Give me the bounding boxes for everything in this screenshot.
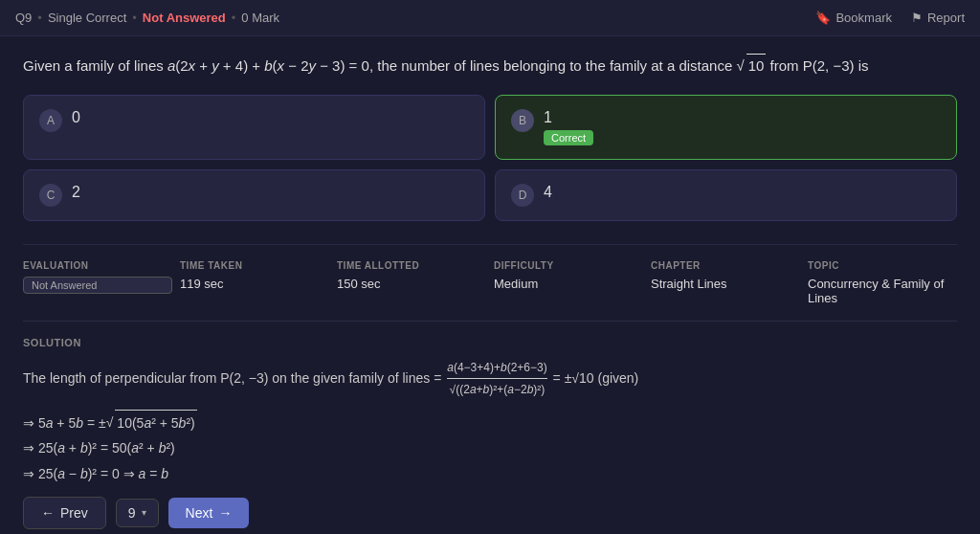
- meta-chapter-value: Straight Lines: [651, 277, 800, 291]
- option-d[interactable]: D 4: [495, 169, 957, 221]
- meta-topic-value: Concurrency & Family of Lines: [808, 277, 957, 305]
- meta-difficulty-value: Medium: [494, 277, 643, 291]
- solution-line2: ⇒ 5a + 5b = ±√10(5a² + 5b²): [23, 410, 957, 436]
- next-icon: →: [218, 505, 232, 521]
- option-c-content: 2: [72, 184, 469, 201]
- top-bar: Q9 • Single Correct • Not Answered • 0 M…: [0, 0, 980, 36]
- option-d-content: 4: [544, 184, 941, 201]
- question-text: Given a family of lines a(2x + y + 4) + …: [23, 54, 957, 78]
- bookmark-label: Bookmark: [835, 11, 892, 25]
- option-b-content: 1 Correct: [544, 109, 941, 145]
- meta-time-taken-label: TIME TAKEN: [180, 260, 329, 271]
- report-icon: ⚑: [911, 11, 923, 25]
- question-meta: Q9 • Single Correct • Not Answered • 0 M…: [15, 11, 279, 25]
- solution-line3: ⇒ 25(a + b)² = 50(a² + b²): [23, 435, 957, 461]
- meta-time-allotted-label: TIME ALLOTTED: [337, 260, 486, 271]
- report-label: Report: [927, 11, 965, 25]
- sep1: •: [37, 11, 42, 25]
- solution-line4: ⇒ 25(a − b)² = 0 ⇒ a = b: [23, 461, 957, 487]
- mark-info: 0 Mark: [241, 11, 279, 25]
- option-a-content: 0: [72, 109, 469, 126]
- prev-icon: ←: [41, 505, 55, 521]
- report-button[interactable]: ⚑ Report: [911, 11, 965, 25]
- meta-time-allotted: TIME ALLOTTED 150 sec: [337, 260, 486, 305]
- options-grid: A 0 B 1 Correct C 2 D 4: [23, 95, 957, 221]
- answer-status: Not Answered: [143, 11, 226, 25]
- meta-chapter: CHAPTER Straight Lines: [651, 260, 800, 305]
- option-a[interactable]: A 0: [23, 95, 485, 160]
- bottom-nav: ← Prev 9 ▾ Next →: [23, 487, 957, 534]
- next-label: Next: [186, 505, 213, 521]
- option-d-value: 4: [544, 184, 941, 201]
- evaluation-badge: Not Answered: [23, 277, 172, 294]
- meta-section: EVALUATION Not Answered TIME TAKEN 119 s…: [23, 244, 957, 322]
- meta-time-taken-value: 119 sec: [180, 277, 329, 291]
- option-a-label: A: [39, 109, 62, 132]
- content-area: Given a family of lines a(2x + y + 4) + …: [0, 36, 980, 534]
- meta-difficulty: DIFFICULTY Medium: [494, 260, 643, 305]
- solution-fraction: a(4−3+4)+b(2+6−3) √((2a+b)²+(a−2b)²): [447, 358, 546, 400]
- prev-label: Prev: [60, 505, 88, 521]
- sep3: •: [232, 11, 236, 25]
- sep2: •: [132, 11, 137, 25]
- solution-section: SOLUTION The length of perpendicular fro…: [23, 337, 957, 534]
- question-number: Q9: [15, 11, 32, 25]
- bookmark-button[interactable]: 🔖 Bookmark: [815, 11, 892, 25]
- option-b[interactable]: B 1 Correct: [495, 95, 957, 160]
- bookmark-icon: 🔖: [815, 11, 831, 25]
- option-b-label: B: [511, 109, 534, 132]
- option-b-value: 1: [544, 109, 941, 126]
- option-c-label: C: [39, 184, 62, 207]
- meta-chapter-label: CHAPTER: [651, 260, 800, 271]
- top-bar-actions: 🔖 Bookmark ⚑ Report: [815, 11, 965, 25]
- solution-label: SOLUTION: [23, 337, 957, 348]
- option-a-value: 0: [72, 109, 469, 126]
- solution-line1: The length of perpendicular from P(2, −3…: [23, 358, 957, 400]
- option-c[interactable]: C 2: [23, 169, 485, 221]
- correct-badge: Correct: [544, 130, 593, 145]
- meta-time-taken: TIME TAKEN 119 sec: [180, 260, 329, 305]
- option-c-value: 2: [72, 184, 469, 201]
- meta-topic-label: TOPIC: [808, 260, 957, 271]
- question-type: Single Correct: [48, 11, 126, 25]
- prev-button[interactable]: ← Prev: [23, 497, 106, 529]
- meta-evaluation: EVALUATION Not Answered: [23, 260, 172, 305]
- chevron-down-icon: ▾: [142, 507, 146, 518]
- page-selector[interactable]: 9 ▾: [116, 499, 159, 527]
- meta-time-allotted-value: 150 sec: [337, 277, 486, 291]
- meta-topic: TOPIC Concurrency & Family of Lines: [808, 260, 957, 305]
- meta-evaluation-label: EVALUATION: [23, 260, 172, 271]
- meta-difficulty-label: DIFFICULTY: [494, 260, 643, 271]
- page-number: 9: [128, 505, 136, 521]
- next-button[interactable]: Next →: [168, 498, 250, 528]
- option-d-label: D: [511, 184, 534, 207]
